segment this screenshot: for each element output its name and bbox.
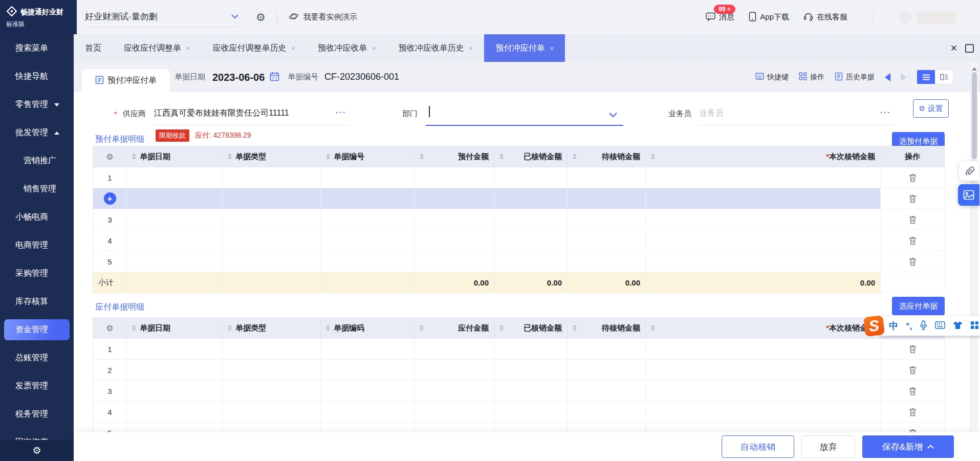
cell[interactable] xyxy=(568,360,646,381)
sort-icon[interactable] xyxy=(573,153,577,160)
cell[interactable] xyxy=(646,339,881,360)
cell[interactable] xyxy=(568,381,646,402)
cell[interactable] xyxy=(415,167,494,188)
sidebar-item-5[interactable]: 销售管理 xyxy=(0,175,74,203)
delete-row-icon[interactable] xyxy=(909,366,917,375)
sidebar-item-3[interactable]: 批发管理 xyxy=(0,119,74,147)
cell[interactable] xyxy=(127,381,223,402)
cell[interactable] xyxy=(568,230,646,251)
delete-row-icon[interactable] xyxy=(909,194,917,203)
cell[interactable] xyxy=(415,230,494,251)
cell[interactable] xyxy=(321,402,415,423)
company-selector[interactable]: 好业财测试-量勿删 xyxy=(85,8,238,27)
cell[interactable] xyxy=(415,381,494,402)
save-and-new-button[interactable]: 保存&新增 xyxy=(862,435,954,458)
tab-2[interactable]: 应收应付调整单历史× xyxy=(202,34,307,62)
delete-row-icon[interactable] xyxy=(909,387,917,396)
salesman-input[interactable]: 业务员 xyxy=(699,108,724,119)
tab-1[interactable]: 应收应付调整单× xyxy=(113,34,202,62)
cell[interactable] xyxy=(646,167,881,188)
cell[interactable] xyxy=(127,230,223,251)
cell[interactable] xyxy=(127,402,223,423)
tab-close-icon[interactable]: × xyxy=(372,45,376,52)
cell[interactable] xyxy=(223,209,321,230)
tab-close-icon[interactable]: × xyxy=(186,45,190,52)
cell[interactable] xyxy=(494,339,568,360)
delete-row-icon[interactable] xyxy=(909,173,917,182)
salesman-more-button[interactable]: ··· xyxy=(880,108,891,117)
sort-icon[interactable] xyxy=(499,153,504,160)
cell[interactable] xyxy=(223,339,321,360)
delete-row-icon[interactable] xyxy=(909,345,917,354)
sidebar-item-1[interactable]: 快捷导航 xyxy=(0,62,74,91)
sort-icon[interactable] xyxy=(420,153,424,160)
cell[interactable] xyxy=(223,230,321,251)
skin-shirt-icon[interactable] xyxy=(953,321,963,332)
cell[interactable] xyxy=(494,423,568,433)
cell[interactable] xyxy=(568,209,646,230)
sidebar-item-13[interactable]: 税务管理 xyxy=(0,400,74,428)
tab-5[interactable]: 预付冲应付单× xyxy=(484,34,565,62)
cell[interactable] xyxy=(223,360,321,381)
cell[interactable] xyxy=(223,251,321,272)
sidebar-item-2[interactable]: 零售管理 xyxy=(0,91,74,119)
scroll-up-arrow[interactable] xyxy=(972,64,977,71)
sort-icon[interactable] xyxy=(228,153,232,160)
tab-close-icon[interactable]: × xyxy=(469,45,473,52)
cell[interactable] xyxy=(494,230,568,251)
messages-button[interactable]: 99 + 消息 xyxy=(706,12,734,23)
ime-language-mode[interactable]: 中 xyxy=(889,320,898,332)
ime-punctuation-mode[interactable]: °, xyxy=(906,321,912,332)
prev-document-arrow[interactable] xyxy=(885,73,890,81)
operations-button[interactable]: 操作 xyxy=(799,72,824,82)
cell[interactable] xyxy=(494,188,568,209)
list-view-button[interactable] xyxy=(917,70,935,84)
supplier-more-button[interactable]: ··· xyxy=(336,108,346,117)
column-settings-gear-icon[interactable]: ⚙ xyxy=(98,152,121,162)
cell[interactable] xyxy=(127,209,223,230)
cell[interactable] xyxy=(568,251,646,272)
delete-row-icon[interactable] xyxy=(909,215,917,224)
vertical-scrollbar[interactable] xyxy=(970,62,978,432)
cell[interactable] xyxy=(494,402,568,423)
delete-row-icon[interactable] xyxy=(909,408,917,416)
cell[interactable] xyxy=(223,381,321,402)
cell[interactable] xyxy=(127,251,223,272)
tab-4[interactable]: 预收冲应收单历史× xyxy=(387,34,485,62)
user-account[interactable] xyxy=(899,11,956,24)
sidebar-item-9[interactable]: 库存核算 xyxy=(0,288,74,316)
cell[interactable] xyxy=(415,360,494,381)
cell[interactable] xyxy=(127,167,223,188)
tab-close-icon[interactable]: × xyxy=(550,45,554,52)
cell[interactable] xyxy=(321,167,415,188)
sort-icon[interactable] xyxy=(326,153,330,160)
sort-icon[interactable] xyxy=(651,325,655,331)
tab-close-icon[interactable]: × xyxy=(292,45,296,52)
sort-icon[interactable] xyxy=(326,325,330,331)
toolbox-grid-icon[interactable] xyxy=(970,321,979,332)
delete-row-icon[interactable] xyxy=(909,257,917,266)
cell[interactable] xyxy=(494,167,568,188)
gear-icon[interactable]: ⚙ xyxy=(256,11,266,24)
sort-icon[interactable] xyxy=(228,325,232,331)
cell[interactable] xyxy=(223,423,321,433)
cell[interactable] xyxy=(321,381,415,402)
cell[interactable] xyxy=(127,339,223,360)
supplier-value[interactable]: 江西真可爱布娃娃有限责任公司11111 xyxy=(154,108,289,119)
cell[interactable] xyxy=(223,402,321,423)
cell[interactable] xyxy=(646,188,881,209)
online-service-button[interactable]: 在线客服 xyxy=(803,12,847,23)
add-row-button[interactable]: + xyxy=(104,192,116,205)
sidebar-item-4[interactable]: 营销推广 xyxy=(0,147,74,175)
cell[interactable] xyxy=(568,402,646,423)
sidebar-item-0[interactable]: 搜索菜单 xyxy=(0,34,74,62)
cell[interactable] xyxy=(321,209,415,230)
sort-icon[interactable] xyxy=(132,325,136,331)
cell[interactable] xyxy=(646,423,881,433)
settings-button[interactable]: ⚙ 设置 xyxy=(913,99,949,118)
soft-keyboard-icon[interactable] xyxy=(935,321,945,331)
cell[interactable] xyxy=(568,188,646,209)
cell[interactable] xyxy=(321,230,415,251)
tab-3[interactable]: 预收冲应收单× xyxy=(307,34,387,62)
delete-row-icon[interactable] xyxy=(909,236,917,245)
